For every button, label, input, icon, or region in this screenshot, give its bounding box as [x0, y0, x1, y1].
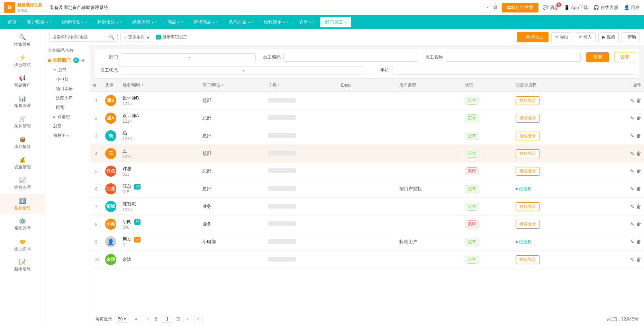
tab-profit-report[interactable]: 利润报告 ▾×: [92, 17, 127, 27]
td-name: 设计师B 1215: [120, 92, 200, 109]
trial-button[interactable]: 体验行业方案: [502, 3, 538, 12]
adv-phone-input[interactable]: [392, 66, 636, 75]
auth-login-button[interactable]: 授权登录: [516, 220, 540, 229]
last-page-button[interactable]: »: [194, 315, 202, 323]
add-employee-button[interactable]: + 新增员工: [517, 32, 548, 42]
adv-status-select[interactable]: ▾: [121, 67, 364, 74]
sidebar-item-operation[interactable]: 📈 经营管理: [0, 174, 45, 194]
sidebar-item-shortcut[interactable]: ⚡ 快捷导航: [0, 51, 45, 71]
sidebar-item-cooperate[interactable]: 🤝 企业协同: [0, 235, 45, 255]
delete-button[interactable]: 🗑: [636, 186, 641, 192]
td-dept: 总部: [200, 109, 265, 127]
show-resigned-checkbox[interactable]: ✓: [156, 35, 161, 39]
tree-node-general-hq[interactable]: ▼ 总部: [45, 65, 90, 75]
sidebar-item-system[interactable]: ⚙️ 系统管理: [0, 214, 45, 235]
edit-button[interactable]: ✎: [630, 239, 634, 245]
delete-button[interactable]: 🗑: [636, 151, 641, 156]
page-number-input[interactable]: [161, 316, 173, 323]
sidebar-item-guide[interactable]: 📝 新手引导: [0, 255, 45, 276]
auth-login-button[interactable]: 授权登录: [516, 167, 540, 176]
th-dept[interactable]: 部门/职位 ↕: [200, 79, 265, 92]
delete-button[interactable]: 🗑: [636, 115, 641, 121]
sidebar-item-purchase[interactable]: 🛒 采购管理: [0, 112, 45, 133]
employee-code: 2: [123, 243, 197, 247]
video-button[interactable]: ▶ 视频: [598, 32, 619, 42]
delete-button[interactable]: 🗑: [636, 133, 641, 139]
search-input[interactable]: [52, 35, 108, 39]
show-resigned-toggle[interactable]: ✓ 显示离职员工: [156, 34, 187, 40]
sidebar-item-marketing[interactable]: 📢 营销推广: [0, 71, 45, 92]
adv-empname-input[interactable]: [446, 53, 581, 62]
edit-button[interactable]: ✎: [630, 115, 634, 121]
tab-customer[interactable]: 客户联络 ▾×: [22, 17, 56, 27]
online-service-button[interactable]: 🎧 在线客服: [593, 5, 618, 11]
th-settings[interactable]: ⚙: [90, 79, 102, 92]
first-page-button[interactable]: «: [132, 315, 140, 323]
settings-button[interactable]: 设置: [615, 52, 635, 62]
tree-node-small-electric[interactable]: 小电部: [45, 75, 90, 84]
edit-button[interactable]: ✎: [630, 133, 634, 139]
tab-add-goods[interactable]: 新增商品 ▾×: [189, 17, 223, 27]
delete-button[interactable]: 🗑: [636, 98, 641, 103]
app-download-button[interactable]: 📱 App下载: [564, 5, 588, 11]
import-button[interactable]: ↺ 导入: [575, 32, 596, 42]
settings-icon[interactable]: ⚙: [493, 4, 498, 11]
tree-node-hq2[interactable]: 总部: [45, 122, 90, 131]
tab-dept-employee[interactable]: 部门员工 ×: [320, 17, 351, 27]
sidebar-item-search[interactable]: 🔍 搜索菜单: [0, 30, 45, 51]
help-button[interactable]: | 帮助: [622, 32, 640, 42]
edit-button[interactable]: ✎: [630, 204, 634, 209]
tree-node-project-warehouse[interactable]: 项目库房: [45, 84, 90, 94]
auth-login-button[interactable]: 授权登录: [516, 96, 540, 105]
tab-home[interactable]: 首页: [3, 17, 21, 27]
user-profile-button[interactable]: 👤 用友: [624, 5, 640, 11]
edit-button[interactable]: ✎: [630, 168, 634, 174]
edit-button[interactable]: ✎: [630, 221, 634, 227]
search-icon[interactable]: 🔍: [109, 35, 115, 40]
tab-operation-status[interactable]: 经营情况 ▾×: [57, 17, 91, 27]
page-size-select[interactable]: 50 ▾: [115, 316, 129, 323]
delete-button[interactable]: 🗑: [636, 204, 641, 209]
tree-node-plant-king[interactable]: 植树王三: [45, 131, 90, 140]
prev-page-button[interactable]: ‹: [143, 315, 151, 323]
dept-search-input[interactable]: [48, 48, 90, 53]
tree-node-distribution[interactable]: 配货: [45, 103, 90, 112]
auth-login-button[interactable]: 授权登录: [516, 114, 540, 123]
tab-bom[interactable]: 物料清单 ▾×: [259, 17, 293, 27]
sidebar-item-inventory[interactable]: 📦 库存核算: [0, 133, 45, 153]
collapse-dept-icon[interactable]: ◀: [81, 58, 84, 63]
auth-login-button[interactable]: 授权登录: [516, 149, 540, 158]
auth-login-button[interactable]: 授权登录: [516, 202, 540, 211]
delete-button[interactable]: 🗑: [636, 221, 641, 227]
delete-button[interactable]: 🗑: [636, 239, 641, 245]
tree-node-double-virtual[interactable]: ▶ 双虚想: [45, 112, 90, 122]
tab-operation-history[interactable]: 经营历程 ▾×: [127, 17, 162, 27]
message-button[interactable]: 💬 消息 5: [543, 5, 559, 11]
adv-dept-select[interactable]: ▾: [121, 53, 256, 61]
auth-login-button[interactable]: 授权登录: [516, 255, 540, 264]
sidebar-item-basic[interactable]: ℹ️ 基础信息: [0, 194, 45, 214]
sidebar-item-sales[interactable]: 📊 销售管理: [0, 92, 45, 112]
sidebar-item-finance[interactable]: 💰 资金管理: [0, 153, 45, 174]
query-button[interactable]: 查询: [586, 52, 609, 62]
more-filter-button[interactable]: ▽ 更多条件 ▲: [120, 33, 153, 42]
edit-button[interactable]: ✎: [630, 257, 634, 262]
delete-button[interactable]: 🗑: [636, 168, 641, 174]
edit-button[interactable]: ✎: [630, 98, 634, 103]
auth-login-button[interactable]: 授权登录: [516, 132, 540, 140]
system-dropdown-icon[interactable]: ▾: [487, 6, 489, 9]
edit-dept-icon[interactable]: ✎: [73, 58, 79, 63]
tab-barcode[interactable]: 条码方案 ▾×: [224, 17, 258, 27]
tab-goods[interactable]: 商品 ▾×: [163, 17, 188, 27]
edit-button[interactable]: ✎: [630, 151, 634, 156]
adv-empcode-input[interactable]: [283, 53, 418, 62]
tree-node-shenyang-warehouse[interactable]: 沈阳大库: [45, 94, 90, 103]
th-name[interactable]: 姓名/编码 ↕: [120, 79, 200, 92]
all-dept-node[interactable]: ⊞ 全部部门 ✎ ◀: [45, 55, 90, 65]
delete-button[interactable]: 🗑: [636, 257, 641, 262]
edit-button[interactable]: ✎: [630, 186, 634, 192]
tab-warehouse[interactable]: 仓库 ▾×: [294, 17, 319, 27]
export-button[interactable]: ↻ 导出: [551, 32, 572, 42]
th-phone[interactable]: 手机 ↕: [265, 79, 338, 92]
next-page-button[interactable]: ›: [183, 315, 191, 323]
